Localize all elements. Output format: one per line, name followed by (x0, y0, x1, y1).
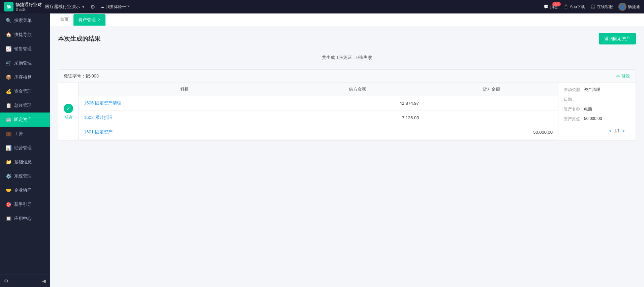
finance-icon: 💰 (5, 88, 11, 94)
sidebar-item-search[interactable]: 🔍 搜索菜单 (0, 13, 50, 28)
cooperation-icon: 🤝 (5, 187, 11, 193)
col-header-debit: 借方金额 (290, 83, 424, 96)
company-name: 医疗器械行业演示 (45, 4, 80, 10)
success-icon: ✓ (64, 104, 73, 113)
voucher-table: 科目 借方金额 贷方金额 1606 固定资产清理 42,874.97 (79, 83, 558, 139)
online-service-button[interactable]: 🎧 在线客服 (590, 4, 613, 10)
sidebar-item-label: 资金管理 (14, 88, 32, 94)
system-icon: ⚙️ (5, 173, 11, 179)
main-layout: 🔍 搜索菜单 🏠 快捷导航 📈 销售管理 🛒 采购管理 📦 库存核算 💰 资金管… (0, 13, 644, 287)
credit-cell-1 (424, 96, 558, 110)
online-service-label: 在线客服 (597, 4, 613, 10)
user-profile[interactable]: 👤 畅捷通 (618, 3, 640, 11)
sidebar-item-label: 系统管理 (14, 173, 32, 179)
sidebar-item-label: 企业协同 (14, 187, 32, 193)
app-download-button[interactable]: 📱 App下载 (563, 4, 585, 10)
inventory-icon: 📦 (5, 74, 11, 80)
building-icon: 🏢 (5, 117, 11, 123)
company-selector[interactable]: 医疗器械行业演示 ▼ (45, 4, 85, 10)
edit-icon: ✏ (616, 74, 620, 79)
logo-text: 畅捷通好业财 普及版 (16, 2, 42, 11)
voucher-body: ✓ 成功 科目 借方金额 贷方金额 (58, 83, 636, 140)
sidebar-item-label: 搜索菜单 (14, 18, 32, 24)
asset-value-label: 资产原值： (564, 116, 584, 122)
page-content: 本次生成的结果 返回固定资产 共生成 1张凭证，0张失败 凭证字号：记-003 … (50, 26, 644, 287)
topbar: 畅 畅捷通好业财 普及版 医疗器械行业演示 ▼ ⚙ ☁ 我要体验一下 💬 消息 … (0, 0, 644, 13)
sidebar-item-ledger[interactable]: 📋 总账管理 (0, 98, 50, 113)
purchase-icon: 🛒 (5, 60, 11, 66)
sidebar-item-guide[interactable]: 🎯 新手引导 (0, 197, 50, 212)
sidebar-item-inventory[interactable]: 📦 库存核算 (0, 70, 50, 84)
message-icon: 💬 (544, 4, 549, 9)
date-label: 日期： (564, 97, 584, 102)
debit-cell-3 (290, 125, 424, 139)
sidebar-item-label: 工资 (14, 131, 23, 137)
sidebar-item-label: 库存核算 (14, 74, 32, 80)
pagination: < 1/1 > (564, 126, 630, 136)
page-title: 本次生成的结果 (58, 35, 100, 43)
close-icon[interactable]: ✕ (98, 18, 101, 22)
username: 畅捷通 (628, 4, 640, 10)
edit-button[interactable]: ✏ 修改 (616, 73, 630, 79)
tab-bar: 首页 资产管理 ✕ (50, 13, 644, 26)
sidebar-item-basicinfo[interactable]: 📁 基础信息 (0, 155, 50, 169)
sidebar-item-system[interactable]: ⚙️ 系统管理 (0, 169, 50, 183)
settings-icon[interactable]: ⚙ (88, 2, 97, 11)
asset-value-row: 资产原值： 50,000.00 (564, 116, 630, 122)
next-page-icon[interactable]: > (622, 129, 625, 133)
experience-button[interactable]: ☁ 我要体验一下 (100, 4, 130, 10)
summary-bar: 共生成 1张凭证，0张失败 (58, 51, 636, 64)
folder-icon: 📁 (5, 159, 11, 165)
gear-icon[interactable]: ⚙ (4, 278, 8, 284)
experience-label: 我要体验一下 (106, 4, 130, 10)
sidebar-item-label: 基础信息 (14, 159, 32, 165)
return-button[interactable]: 返回固定资产 (599, 33, 636, 44)
col-header-subject: 科目 (79, 83, 290, 96)
voucher-card: 凭证字号：记-003 ✏ 修改 ✓ 成功 (58, 69, 636, 140)
page-info: 1/1 (614, 129, 620, 133)
sidebar-item-sales[interactable]: 📈 销售管理 (0, 42, 50, 56)
status-column: ✓ 成功 (58, 83, 79, 140)
tab-assetmgmt[interactable]: 资产管理 ✕ (73, 14, 105, 26)
message-badge: 99+ (552, 2, 561, 6)
subject-cell-2[interactable]: 1602 累计折旧 (79, 110, 290, 125)
page-header: 本次生成的结果 返回固定资产 (58, 33, 636, 44)
sidebar-item-label: 固定资产 (14, 117, 32, 123)
asset-name-value: 电脑 (584, 106, 592, 112)
asset-name-label: 资产名称： (564, 106, 584, 112)
subject-cell-3[interactable]: 1601 固定资产 (79, 125, 290, 139)
sidebar-item-label: 新手引导 (14, 201, 32, 208)
chevron-down-icon: ▼ (82, 5, 85, 9)
sidebar-item-operations[interactable]: 📊 经营管理 (0, 141, 50, 155)
summary-text: 共生成 1张凭证，0张失败 (322, 55, 372, 60)
asset-name-row: 资产名称： 电脑 (564, 106, 630, 112)
subject-cell-1[interactable]: 1606 固定资产清理 (79, 96, 290, 110)
sidebar-item-quicknav[interactable]: 🏠 快捷导航 (0, 28, 50, 42)
table-row: 1606 固定资产清理 42,874.97 (79, 96, 558, 110)
logo-sub: 普及版 (16, 7, 42, 11)
prev-page-icon[interactable]: < (609, 129, 611, 133)
content-area: 首页 资产管理 ✕ 本次生成的结果 返回固定资产 共生成 1张凭证，0张失败 凭… (50, 13, 644, 287)
voucher-side-panel: 变动类型： 资产清理 日期： 资产名称： 电脑 资产原值： (558, 83, 636, 140)
edit-label: 修改 (621, 73, 630, 79)
collapse-icon[interactable]: ◀ (42, 278, 46, 284)
sidebar-item-finance[interactable]: 💰 资金管理 (0, 84, 50, 98)
operations-icon: 📊 (5, 145, 11, 151)
sidebar-item-purchase[interactable]: 🛒 采购管理 (0, 56, 50, 70)
search-icon: 🔍 (5, 18, 11, 24)
voucher-table-wrapper: 科目 借方金额 贷方金额 1606 固定资产清理 42,874.97 (79, 83, 558, 140)
change-type-row: 变动类型： 资产清理 (564, 87, 630, 93)
tab-label: 资产管理 (78, 17, 96, 23)
message-button[interactable]: 💬 消息 99+ (544, 4, 558, 10)
logo-main: 畅捷通好业财 (16, 2, 42, 7)
sidebar: 🔍 搜索菜单 🏠 快捷导航 📈 销售管理 🛒 采购管理 📦 库存核算 💰 资金管… (0, 13, 50, 287)
sidebar-item-payroll[interactable]: 💼 工资 (0, 127, 50, 141)
sidebar-item-appstore[interactable]: 🔲 应用中心 (0, 212, 50, 226)
sidebar-item-cooperation[interactable]: 🤝 企业协同 (0, 183, 50, 197)
tab-home[interactable]: 首页 (55, 14, 73, 26)
credit-cell-2 (424, 110, 558, 125)
sidebar-item-fixedasset[interactable]: 🏢 固定资产 (0, 113, 50, 127)
debit-cell-2: 7,125.03 (290, 110, 424, 125)
sidebar-item-label: 应用中心 (14, 216, 32, 222)
sidebar-item-label: 采购管理 (14, 60, 32, 66)
